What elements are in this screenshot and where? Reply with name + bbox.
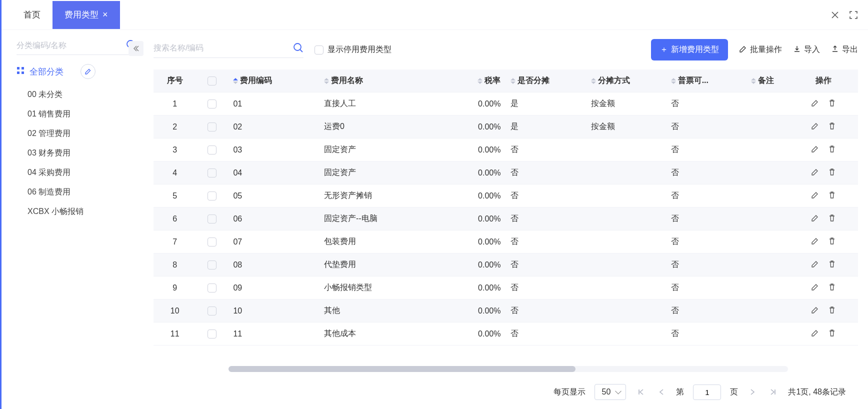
cell-index: 11 bbox=[154, 322, 196, 346]
col-bill[interactable]: 普票可... bbox=[666, 70, 746, 92]
search-icon[interactable] bbox=[292, 42, 304, 54]
edit-icon[interactable] bbox=[811, 99, 819, 109]
cell-share: 否 bbox=[506, 208, 586, 230]
table-row[interactable]: 808代垫费用0.00%否否 bbox=[154, 254, 858, 276]
col-code[interactable]: 费用编码 bbox=[228, 70, 318, 92]
delete-icon[interactable] bbox=[828, 168, 836, 178]
col-method[interactable]: 分摊方式 bbox=[586, 70, 666, 92]
table-row[interactable]: 101直接人工0.00%是按金额否 bbox=[154, 92, 858, 116]
page-input[interactable] bbox=[693, 384, 721, 400]
edit-icon[interactable] bbox=[811, 145, 819, 155]
col-remark[interactable]: 备注 bbox=[746, 70, 788, 92]
cell-checkbox[interactable] bbox=[196, 230, 228, 254]
export-button[interactable]: 导出 bbox=[831, 44, 858, 55]
table-row[interactable]: 202运费00.00%是按金额否 bbox=[154, 116, 858, 138]
delete-icon[interactable] bbox=[828, 306, 836, 316]
table-row[interactable]: 909小畅报销类型0.00%否否 bbox=[154, 276, 858, 300]
col-checkbox[interactable] bbox=[196, 70, 228, 92]
next-page-button[interactable] bbox=[747, 386, 758, 398]
tab-home[interactable]: 首页 bbox=[12, 1, 52, 29]
add-expense-type-button[interactable]: ＋ 新增费用类型 bbox=[651, 39, 728, 60]
main-search-input[interactable] bbox=[154, 44, 292, 52]
table-row[interactable]: 606固定资产--电脑0.00%否否 bbox=[154, 208, 858, 230]
edit-icon[interactable] bbox=[811, 122, 819, 132]
edit-icon[interactable] bbox=[811, 329, 819, 339]
tab-expense-type[interactable]: 费用类型 × bbox=[52, 1, 120, 29]
edit-icon[interactable] bbox=[80, 64, 96, 79]
category-item[interactable]: 02 管理费用 bbox=[28, 124, 136, 144]
fullscreen-icon[interactable] bbox=[849, 10, 858, 20]
cell-checkbox[interactable] bbox=[196, 116, 228, 138]
prev-page-button[interactable] bbox=[656, 386, 667, 398]
table-row[interactable]: 404固定资产0.00%否否 bbox=[154, 162, 858, 184]
collapse-sidebar-button[interactable] bbox=[128, 41, 144, 56]
cell-checkbox[interactable] bbox=[196, 208, 228, 230]
delete-icon[interactable] bbox=[828, 329, 836, 339]
category-item[interactable]: 01 销售费用 bbox=[28, 104, 136, 124]
category-item[interactable]: XCBX 小畅报销 bbox=[28, 202, 136, 222]
last-page-button[interactable] bbox=[767, 386, 779, 398]
cell-method bbox=[586, 184, 666, 208]
horizontal-scrollbar[interactable] bbox=[228, 366, 788, 372]
close-all-icon[interactable] bbox=[830, 10, 840, 20]
delete-icon[interactable] bbox=[828, 99, 836, 109]
table-scroll[interactable]: 序号 费用编码 费用名称 税率 是否分摊 分摊方式 普票可... 备注 操作 bbox=[154, 70, 858, 375]
tab-home-label: 首页 bbox=[24, 9, 40, 20]
col-rate[interactable]: 税率 bbox=[442, 70, 506, 92]
delete-icon[interactable] bbox=[828, 260, 836, 270]
table-row[interactable]: 505无形资产摊销0.00%否否 bbox=[154, 184, 858, 208]
checkbox-icon[interactable] bbox=[208, 76, 216, 86]
category-item[interactable]: 06 制造费用 bbox=[28, 182, 136, 202]
col-share[interactable]: 是否分摊 bbox=[506, 70, 586, 92]
delete-icon[interactable] bbox=[828, 237, 836, 247]
delete-icon[interactable] bbox=[828, 145, 836, 155]
import-button[interactable]: 导入 bbox=[793, 44, 820, 55]
show-disabled-checkbox[interactable]: 显示停用费用类型 bbox=[314, 44, 392, 55]
table-row[interactable]: 1010其他0.00%否否 bbox=[154, 300, 858, 322]
cell-checkbox[interactable] bbox=[196, 138, 228, 162]
table-row[interactable]: 1111其他成本0.00%否否 bbox=[154, 322, 858, 346]
category-root-label: 全部分类 bbox=[30, 66, 64, 78]
cell-name: 固定资产--电脑 bbox=[319, 208, 442, 230]
cell-checkbox[interactable] bbox=[196, 300, 228, 322]
close-icon[interactable]: × bbox=[102, 10, 108, 20]
cell-rate: 0.00% bbox=[442, 92, 506, 116]
first-page-button[interactable] bbox=[635, 386, 647, 398]
category-item[interactable]: 04 采购费用 bbox=[28, 163, 136, 182]
cell-checkbox[interactable] bbox=[196, 162, 228, 184]
category-root[interactable]: 全部分类 bbox=[16, 64, 136, 79]
per-page-select[interactable]: 50 bbox=[594, 384, 626, 400]
edit-icon[interactable] bbox=[811, 191, 819, 201]
tabs-bar: 首页 费用类型 × bbox=[2, 0, 868, 30]
edit-icon[interactable] bbox=[811, 283, 819, 293]
sidebar-search-input[interactable] bbox=[16, 41, 126, 50]
sidebar: 全部分类 00 未分类 01 销售费用 02 管理费用 03 财务费用 04 采… bbox=[2, 30, 142, 409]
cell-name: 固定资产 bbox=[319, 138, 442, 162]
edit-icon[interactable] bbox=[811, 306, 819, 316]
edit-icon[interactable] bbox=[811, 237, 819, 247]
delete-icon[interactable] bbox=[828, 214, 836, 224]
table-row[interactable]: 707包装费用0.00%否否 bbox=[154, 230, 858, 254]
edit-icon[interactable] bbox=[811, 168, 819, 178]
edit-icon[interactable] bbox=[811, 260, 819, 270]
delete-icon[interactable] bbox=[828, 122, 836, 132]
scrollbar-thumb[interactable] bbox=[228, 366, 576, 372]
delete-icon[interactable] bbox=[828, 191, 836, 201]
cell-checkbox[interactable] bbox=[196, 322, 228, 346]
batch-operate-button[interactable]: 批量操作 bbox=[739, 44, 782, 55]
edit-icon[interactable] bbox=[811, 214, 819, 224]
col-index[interactable]: 序号 bbox=[154, 70, 196, 92]
cell-checkbox[interactable] bbox=[196, 254, 228, 276]
per-page-label: 每页显示 bbox=[554, 387, 586, 398]
cell-checkbox[interactable] bbox=[196, 276, 228, 300]
table-row[interactable]: 303固定资产0.00%否否 bbox=[154, 138, 858, 162]
cell-checkbox[interactable] bbox=[196, 184, 228, 208]
delete-icon[interactable] bbox=[828, 283, 836, 293]
cell-code: 04 bbox=[228, 162, 318, 184]
cell-checkbox[interactable] bbox=[196, 92, 228, 116]
category-item[interactable]: 03 财务费用 bbox=[28, 144, 136, 163]
col-op: 操作 bbox=[788, 70, 858, 92]
category-item[interactable]: 00 未分类 bbox=[28, 85, 136, 104]
col-name[interactable]: 费用名称 bbox=[319, 70, 442, 92]
cell-actions bbox=[788, 92, 858, 116]
